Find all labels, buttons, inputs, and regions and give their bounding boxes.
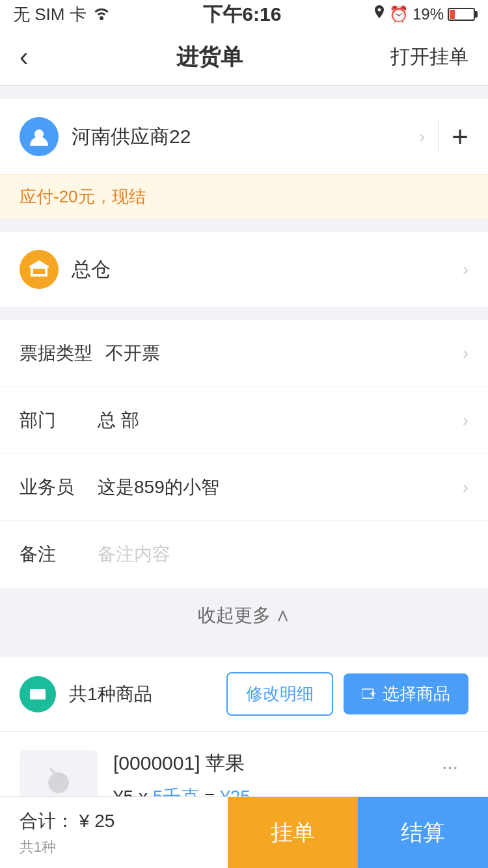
form-section: 票据类型 不开票 › 部门 总 部 › 业务员 这是859的小智 › 备注 备注…: [0, 320, 488, 588]
vertical-divider: [438, 120, 439, 153]
warehouse-section: 总仓 ›: [0, 232, 488, 307]
select-product-label: 选择商品: [383, 683, 450, 705]
warehouse-chevron-icon: ›: [463, 259, 468, 280]
gap-2: [0, 219, 488, 232]
open-pending-button[interactable]: 打开挂单: [390, 44, 468, 70]
wifi-icon: [92, 5, 111, 25]
svg-point-4: [53, 774, 64, 792]
product-name: [0000001] 苹果: [113, 750, 431, 777]
supplier-row[interactable]: 河南供应商22 › +: [0, 99, 488, 174]
warehouse-row[interactable]: 总仓 ›: [0, 232, 488, 307]
collapse-button[interactable]: 收起更多 ∧: [0, 588, 488, 644]
sales-chevron-icon: ›: [463, 477, 468, 498]
gap-1: [0, 86, 488, 99]
bottom-bar: 合计： ¥ 25 共1种 挂单 结算: [0, 796, 488, 868]
battery-icon: [448, 8, 475, 21]
select-product-button[interactable]: 选择商品: [344, 673, 468, 714]
warehouse-icon: [20, 250, 59, 289]
product-header: 共1种商品 修改明细 选择商品: [0, 657, 488, 731]
alarm-icon: ⏰: [389, 5, 409, 23]
dept-chevron-icon: ›: [463, 410, 468, 431]
remark-label: 备注: [20, 542, 85, 567]
page-title: 进货单: [176, 42, 243, 72]
supplier-chevron-icon: ›: [419, 126, 425, 147]
supplier-name: 河南供应商22: [72, 124, 413, 150]
invoice-label: 票据类型: [20, 341, 92, 366]
remark-input[interactable]: 备注内容: [85, 542, 468, 567]
warehouse-name: 总仓: [72, 256, 456, 283]
alert-bar: 应付-20元，现结: [0, 174, 488, 219]
dept-label: 部门: [20, 408, 85, 433]
supplier-avatar: [20, 117, 59, 156]
time-display: 下午6:16: [203, 1, 281, 28]
product-count-text: 共1种商品: [69, 682, 226, 707]
product-count-icon: [20, 676, 56, 712]
nav-bar: ‹ 进货单 打开挂单: [0, 29, 488, 86]
total-area: 合计： ¥ 25 共1种: [0, 797, 228, 868]
total-line: 合计： ¥ 25: [20, 809, 208, 834]
total-label: 合计：: [20, 811, 74, 831]
hang-button[interactable]: 挂单: [228, 797, 358, 868]
invoice-value: 不开票: [92, 341, 456, 366]
total-sub: 共1种: [20, 837, 208, 857]
sales-value: 这是859的小智: [85, 475, 456, 500]
status-left: 无 SIM 卡: [13, 3, 111, 26]
status-bar: 无 SIM 卡 下午6:16 ⏰ 19%: [0, 0, 488, 29]
battery-percent: 19%: [413, 5, 444, 23]
invoice-chevron-icon: ›: [463, 343, 468, 364]
carrier-text: 无 SIM 卡: [13, 3, 87, 26]
remark-row[interactable]: 备注 备注内容: [0, 521, 488, 588]
back-button[interactable]: ‹: [20, 42, 28, 72]
more-options-button[interactable]: ···: [431, 750, 468, 783]
dept-row[interactable]: 部门 总 部 ›: [0, 387, 488, 454]
status-right: ⏰ 19%: [373, 5, 475, 23]
invoice-row[interactable]: 票据类型 不开票 ›: [0, 320, 488, 387]
dept-value: 总 部: [85, 408, 456, 433]
edit-detail-button[interactable]: 修改明细: [226, 672, 333, 716]
supplier-section: 河南供应商22 › + 应付-20元，现结: [0, 99, 488, 219]
product-code: [0000001]: [113, 752, 200, 774]
sales-row[interactable]: 业务员 这是859的小智 ›: [0, 454, 488, 521]
gap-4: [0, 644, 488, 657]
add-supplier-button[interactable]: +: [452, 122, 468, 151]
product-title: 苹果: [206, 752, 245, 774]
checkout-button[interactable]: 结算: [358, 797, 488, 868]
location-icon: [373, 5, 385, 23]
sales-label: 业务员: [20, 475, 85, 500]
gap-3: [0, 307, 488, 320]
total-amount: ¥ 25: [79, 811, 115, 831]
